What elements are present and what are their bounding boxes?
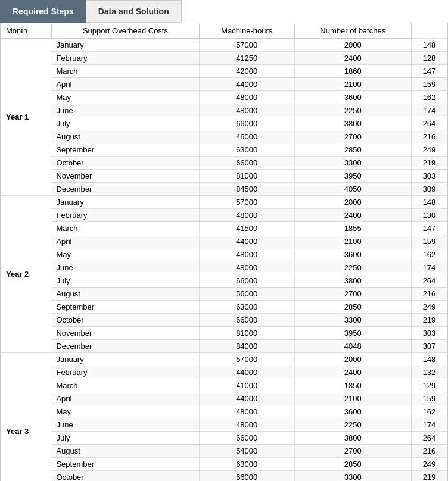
table-row: May480003600162 (1, 91, 447, 104)
table-row: November810003950303 (1, 327, 447, 340)
data-cell: 2400 (294, 366, 412, 379)
month-cell: August (51, 130, 199, 143)
month-cell: May (51, 248, 199, 261)
data-cell: 219 (412, 471, 447, 482)
month-cell: September (51, 143, 199, 157)
data-cell: 57000 (199, 196, 294, 209)
data-cell: 46000 (199, 130, 294, 143)
data-cell: 162 (412, 91, 447, 104)
data-cell: 42000 (199, 65, 294, 78)
data-cell: 66000 (199, 117, 294, 130)
data-table-container: MonthSupport Overhead CostsMachine-hours… (0, 23, 448, 481)
data-cell: 3300 (294, 471, 412, 482)
data-cell: 1860 (294, 65, 412, 78)
data-cell: 48000 (199, 104, 294, 117)
data-cell: 159 (412, 235, 447, 248)
month-cell: June (51, 261, 199, 274)
data-cell: 303 (412, 327, 447, 340)
data-cell: 84000 (199, 340, 294, 353)
data-cell: 174 (412, 261, 447, 274)
data-cell: 216 (412, 445, 447, 458)
table-row: April440002100159 (1, 235, 447, 248)
month-cell: January (51, 353, 199, 366)
data-cell: 84500 (199, 183, 294, 196)
tab-required-steps[interactable]: Required Steps (0, 0, 86, 23)
data-cell: 48000 (199, 418, 294, 432)
table-row: September630002850249 (1, 301, 447, 314)
data-cell: 159 (412, 392, 447, 405)
data-cell: 307 (412, 340, 447, 353)
data-cell: 2000 (294, 196, 412, 209)
data-cell: 2000 (294, 353, 412, 366)
month-cell: January (51, 196, 199, 209)
month-cell: April (51, 392, 199, 405)
table-row: August540002700216 (1, 445, 447, 458)
data-cell: 303 (412, 170, 447, 183)
data-cell: 249 (412, 458, 447, 471)
month-cell: May (51, 91, 199, 104)
month-cell: November (51, 327, 199, 340)
month-cell: March (51, 379, 199, 392)
table-row: February480002400130 (1, 209, 447, 222)
data-cell: 2250 (294, 261, 412, 274)
data-cell: 81000 (199, 170, 294, 183)
data-cell: 54000 (199, 445, 294, 458)
data-cell: 66000 (199, 432, 294, 445)
data-cell: 2700 (294, 130, 412, 143)
data-cell: 2700 (294, 288, 412, 301)
month-cell: September (51, 301, 199, 314)
month-cell: May (51, 405, 199, 418)
data-cell: 44000 (199, 235, 294, 248)
data-cell: 57000 (199, 353, 294, 366)
table-row: Year 1January570002000148 (1, 39, 447, 52)
data-cell: 264 (412, 432, 447, 445)
table-row: June480002250174 (1, 261, 447, 274)
data-cell: 66000 (199, 157, 294, 170)
data-cell: 3800 (294, 432, 412, 445)
data-cell: 63000 (199, 143, 294, 157)
data-cell: 147 (412, 65, 447, 78)
table-row: August460002700216 (1, 130, 447, 143)
table-row: February440002400132 (1, 366, 447, 379)
year-label: Year 3 (1, 353, 52, 482)
data-cell: 129 (412, 379, 447, 392)
data-cell: 3300 (294, 157, 412, 170)
table-row: March420001860147 (1, 65, 447, 78)
data-cell: 41500 (199, 222, 294, 235)
data-cell: 3950 (294, 170, 412, 183)
data-cell: 2100 (294, 235, 412, 248)
data-cell: 63000 (199, 458, 294, 471)
table-row: Year 2January570002000148 (1, 196, 447, 209)
data-cell: 2850 (294, 143, 412, 157)
month-cell: October (51, 314, 199, 327)
table-row: December840004048307 (1, 340, 447, 353)
col-header-3: Number of batches (294, 23, 412, 39)
month-cell: June (51, 418, 199, 432)
table-row: June480002250174 (1, 104, 447, 117)
data-cell: 219 (412, 314, 447, 327)
data-cell: 147 (412, 222, 447, 235)
data-cell: 2850 (294, 458, 412, 471)
month-cell: December (51, 340, 199, 353)
data-cell: 162 (412, 248, 447, 261)
data-cell: 162 (412, 405, 447, 418)
col-header-0: Month (1, 23, 52, 39)
tab-data-solution[interactable]: Data and Solution (86, 0, 182, 23)
data-cell: 48000 (199, 405, 294, 418)
table-row: February412502400128 (1, 52, 447, 65)
month-cell: August (51, 288, 199, 301)
month-cell: July (51, 432, 199, 445)
table-row: May480003600162 (1, 248, 447, 261)
data-cell: 2850 (294, 301, 412, 314)
table-row: November810003950303 (1, 170, 447, 183)
data-cell: 48000 (199, 248, 294, 261)
data-cell: 130 (412, 209, 447, 222)
data-cell: 1855 (294, 222, 412, 235)
year-label: Year 2 (1, 196, 52, 353)
data-cell: 219 (412, 157, 447, 170)
table-row: August560002700216 (1, 288, 447, 301)
month-cell: April (51, 78, 199, 91)
data-cell: 66000 (199, 471, 294, 482)
month-cell: October (51, 157, 199, 170)
data-cell: 1850 (294, 379, 412, 392)
